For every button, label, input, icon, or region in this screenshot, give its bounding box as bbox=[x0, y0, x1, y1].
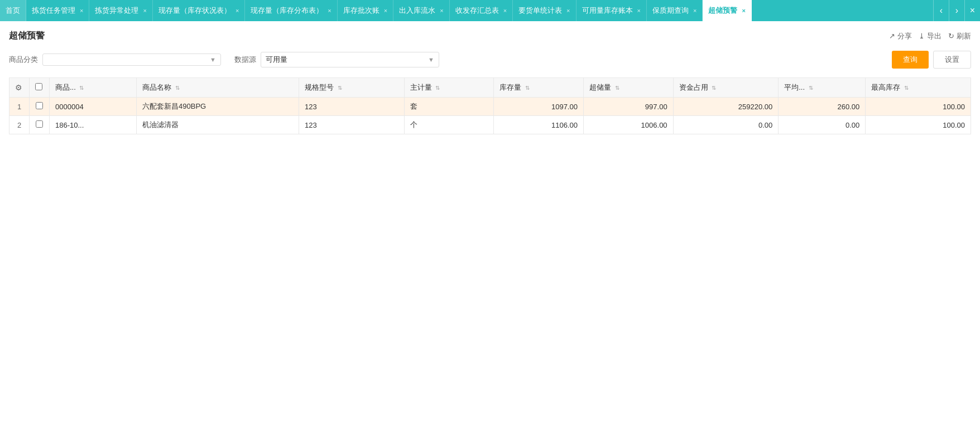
page-title: 超储预警 bbox=[9, 30, 45, 42]
row-num: 1 bbox=[9, 98, 30, 116]
nav-close-overstock[interactable]: × bbox=[742, 7, 745, 14]
product-category-label: 商品分类 bbox=[9, 55, 38, 65]
nav-close-flow[interactable]: × bbox=[440, 7, 443, 14]
nav-close-stock-status[interactable]: × bbox=[236, 7, 239, 14]
sort-icon-spec: ⇅ bbox=[338, 85, 342, 91]
row-checkbox bbox=[30, 116, 50, 134]
refresh-icon: ↻ bbox=[948, 32, 954, 40]
table-header-row: ⚙ 商品... ⇅ 商品名称 ⇅ 规格型号 ⇅ 主计量 bbox=[9, 78, 971, 98]
nav-close-available-stock[interactable]: × bbox=[637, 7, 641, 14]
th-stock[interactable]: 库存量 ⇅ bbox=[494, 78, 584, 98]
nav-close-pick-task[interactable]: × bbox=[80, 7, 83, 14]
header-actions: ↗ 分享 ⤓ 导出 ↻ 刷新 bbox=[889, 31, 971, 41]
refresh-button[interactable]: ↻ 刷新 bbox=[948, 31, 971, 41]
export-button[interactable]: ⤓ 导出 bbox=[919, 31, 941, 41]
table-row: 2 186-10... 机油滤清器 123 个 1106.00 1006.00 … bbox=[9, 116, 971, 134]
th-spec[interactable]: 规格型号 ⇅ bbox=[299, 78, 405, 98]
product-category-group: 商品分类 ▼ bbox=[9, 54, 221, 66]
row-overstock: 1006.00 bbox=[583, 116, 673, 134]
th-capital[interactable]: 资金占用 ⇅ bbox=[673, 78, 779, 98]
share-icon: ↗ bbox=[889, 32, 895, 40]
select-all-checkbox[interactable] bbox=[35, 83, 42, 90]
query-button[interactable]: 查询 bbox=[892, 51, 929, 69]
nav-home[interactable]: 首页 bbox=[0, 0, 26, 21]
share-button[interactable]: ↗ 分享 bbox=[889, 31, 912, 41]
row-spec: 123 bbox=[299, 116, 405, 134]
sort-icon-unit: ⇅ bbox=[435, 85, 440, 91]
th-product-code[interactable]: 商品... ⇅ bbox=[50, 78, 137, 98]
th-settings: ⚙ bbox=[9, 78, 30, 98]
nav-stock-dist[interactable]: 现存量（库存分布表） × bbox=[245, 0, 337, 21]
row-unit: 个 bbox=[404, 116, 494, 134]
row-spec: 123 bbox=[299, 98, 405, 116]
data-source-group: 数据源 可用量 ▼ bbox=[234, 52, 439, 67]
export-icon: ⤓ bbox=[919, 32, 925, 40]
sort-icon-product-name: ⇅ bbox=[175, 85, 180, 91]
nav-stock-status[interactable]: 现存量（库存状况表） × bbox=[153, 0, 245, 21]
th-overstock[interactable]: 超储量 ⇅ bbox=[583, 78, 673, 98]
filter-row: 商品分类 ▼ 数据源 可用量 ▼ 查询 设置 bbox=[9, 51, 971, 69]
row-product-name: 六配套新昌490BPG bbox=[137, 98, 299, 116]
data-table: ⚙ 商品... ⇅ 商品名称 ⇅ 规格型号 ⇅ 主计量 bbox=[9, 77, 971, 134]
table-row: 1 0000004 六配套新昌490BPG 123 套 1097.00 997.… bbox=[9, 98, 971, 116]
row-avg: 260.00 bbox=[779, 98, 866, 116]
sort-icon-capital: ⇅ bbox=[712, 85, 716, 91]
nav-pick-exception[interactable]: 拣货异常处理 × bbox=[89, 0, 152, 21]
sort-icon-max-stock: ⇅ bbox=[904, 85, 909, 91]
nav-arrow-close[interactable]: × bbox=[964, 0, 980, 21]
row-select-checkbox[interactable] bbox=[36, 102, 43, 109]
th-avg[interactable]: 平均... ⇅ bbox=[779, 78, 866, 98]
filter-buttons: 查询 设置 bbox=[892, 51, 971, 69]
row-select-checkbox[interactable] bbox=[36, 120, 43, 128]
data-source-value: 可用量 bbox=[266, 55, 287, 65]
nav-flow[interactable]: 出入库流水 × bbox=[393, 0, 449, 21]
nav-overstock[interactable]: 超储预警 × bbox=[703, 0, 751, 21]
top-nav: 首页 拣货任务管理 × 拣货异常处理 × 现存量（库存状况表） × 现存量（库存… bbox=[0, 0, 980, 21]
data-source-arrow: ▼ bbox=[428, 56, 434, 63]
sort-icon-overstock: ⇅ bbox=[615, 85, 619, 91]
row-max-stock: 100.00 bbox=[866, 98, 971, 116]
nav-arrows: ‹ › × bbox=[933, 0, 980, 21]
row-num: 2 bbox=[9, 116, 30, 134]
gear-icon[interactable]: ⚙ bbox=[15, 83, 22, 92]
sort-icon-avg: ⇅ bbox=[809, 85, 813, 91]
product-category-select[interactable]: ▼ bbox=[42, 54, 221, 66]
page-content: 超储预警 ↗ 分享 ⤓ 导出 ↻ 刷新 商品分类 ▼ 数据源 bbox=[0, 21, 980, 446]
th-checkbox bbox=[30, 78, 50, 98]
nav-batch-account[interactable]: 库存批次账 × bbox=[338, 0, 393, 21]
table-body: 1 0000004 六配套新昌490BPG 123 套 1097.00 997.… bbox=[9, 98, 971, 134]
row-checkbox bbox=[30, 98, 50, 116]
row-product-name: 机油滤清器 bbox=[137, 116, 299, 134]
row-unit: 套 bbox=[404, 98, 494, 116]
product-category-arrow: ▼ bbox=[210, 56, 216, 63]
nav-close-batch-account[interactable]: × bbox=[384, 7, 387, 14]
nav-close-expiry[interactable]: × bbox=[693, 7, 696, 14]
row-avg: 0.00 bbox=[779, 116, 866, 134]
nav-close-order-stats[interactable]: × bbox=[566, 7, 570, 14]
th-product-name[interactable]: 商品名称 ⇅ bbox=[137, 78, 299, 98]
data-source-label: 数据源 bbox=[234, 55, 256, 65]
nav-order-stats[interactable]: 要货单统计表 × bbox=[513, 0, 576, 21]
data-source-select[interactable]: 可用量 ▼ bbox=[261, 52, 439, 67]
th-unit[interactable]: 主计量 ⇅ bbox=[404, 78, 494, 98]
nav-expiry[interactable]: 保质期查询 × bbox=[647, 0, 703, 21]
nav-arrow-left[interactable]: ‹ bbox=[933, 0, 949, 21]
row-product-code: 0000004 bbox=[50, 98, 137, 116]
nav-close-pick-exception[interactable]: × bbox=[143, 7, 146, 14]
row-overstock: 997.00 bbox=[583, 98, 673, 116]
row-capital: 0.00 bbox=[673, 116, 779, 134]
nav-close-summary[interactable]: × bbox=[503, 7, 507, 14]
row-stock: 1106.00 bbox=[494, 116, 584, 134]
nav-pick-task[interactable]: 拣货任务管理 × bbox=[26, 0, 89, 21]
row-product-code: 186-10... bbox=[50, 116, 137, 134]
th-max-stock[interactable]: 最高库存 ⇅ bbox=[866, 78, 971, 98]
nav-close-stock-dist[interactable]: × bbox=[328, 7, 331, 14]
sort-icon-stock: ⇅ bbox=[525, 85, 530, 91]
settings-button[interactable]: 设置 bbox=[933, 51, 971, 69]
nav-available-stock[interactable]: 可用量库存账本 × bbox=[577, 0, 647, 21]
nav-summary[interactable]: 收发存汇总表 × bbox=[450, 0, 513, 21]
nav-arrow-right[interactable]: › bbox=[949, 0, 964, 21]
row-capital: 259220.00 bbox=[673, 98, 779, 116]
page-header: 超储预警 ↗ 分享 ⤓ 导出 ↻ 刷新 bbox=[9, 30, 971, 42]
row-max-stock: 100.00 bbox=[866, 116, 971, 134]
